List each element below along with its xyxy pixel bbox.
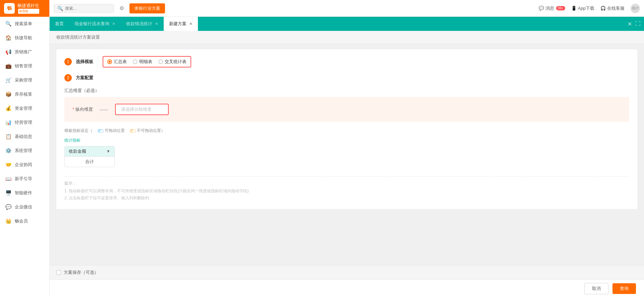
- radio-summary[interactable]: 汇总表: [107, 59, 127, 65]
- metric-section-label: 统计指标: [64, 138, 629, 143]
- operation-icon: 📊: [5, 119, 11, 126]
- sidebar-item-marketing[interactable]: 📢 营销推广: [0, 45, 49, 59]
- finance-icon: 💰: [5, 105, 11, 111]
- gear-icon[interactable]: ⚙: [119, 5, 124, 11]
- hint-movable: 可拖动位置: [98, 128, 125, 134]
- sidebar-item-label: 企业微信: [15, 204, 32, 210]
- tab-close-icon[interactable]: ✕: [189, 21, 193, 26]
- sidebar-item-hardware[interactable]: 🖥️ 智能硬件: [0, 186, 49, 200]
- metric-section: 模板指标设定（ 可拖动位置 不可拖动位置） 统计指标: [64, 128, 629, 168]
- sidebar-item-finance[interactable]: 💰 资金管理: [0, 101, 49, 115]
- radio-cross-label: 交叉统计表: [165, 59, 186, 65]
- user-avatar[interactable]: 用户: [631, 4, 640, 13]
- messages-label: 消息: [545, 5, 554, 11]
- step2-section: 2 方案配置 汇总维度（必选） * 纵向维度 —— 请选择分组维度: [64, 74, 629, 201]
- dimension-picker[interactable]: 请选择分组维度: [115, 104, 169, 115]
- tabbar: 首页 现金银行流水查询 ✕ 收款情况统计 ✕ 新建方案 ✕ ✕ ⛶: [50, 17, 644, 31]
- dimension-box: * 纵向维度 —— 请选择分组维度: [64, 97, 629, 122]
- wechat-icon: 💬: [5, 204, 11, 210]
- metric-table: 收款金额 ▼ 合计: [64, 146, 115, 167]
- step2-label: 方案配置: [76, 75, 93, 81]
- radio-circle-detail: [133, 59, 138, 64]
- sidebar-item-search[interactable]: 🔍 搜索菜单: [0, 17, 49, 31]
- footer-bar: 取消 查询: [50, 280, 644, 297]
- messages-button[interactable]: 💬 消息 99+: [539, 5, 565, 11]
- logo-text: 畅捷通好生: [17, 3, 39, 9]
- metric-section-title: 模板指标设定（: [64, 128, 93, 134]
- search-input[interactable]: [65, 6, 105, 11]
- tab-close-icon[interactable]: ✕: [155, 21, 158, 26]
- tab-receipt-stats[interactable]: 收款情况统计 ✕: [121, 17, 164, 31]
- online-service-button[interactable]: 🎧 在线客服: [600, 5, 625, 11]
- sidebar-item-purchase[interactable]: 🛒 采购管理: [0, 73, 49, 87]
- tab-cash-flow-label: 现金银行流水查询: [74, 21, 109, 27]
- marketing-icon: 📢: [5, 49, 11, 55]
- sidebar-item-label: 营销推广: [15, 49, 32, 55]
- app-download-button[interactable]: 📱 App下载: [571, 5, 594, 11]
- radio-detail[interactable]: 明细表: [133, 59, 152, 65]
- query-button[interactable]: 查询: [612, 283, 636, 294]
- basic-icon: 📋: [5, 134, 11, 140]
- sidebar-item-label: 企业协同: [15, 162, 32, 168]
- sidebar-item-member[interactable]: 👑 畅会员: [0, 214, 49, 228]
- template-selector: 汇总表 明细表 交叉统计表: [103, 56, 191, 67]
- radio-circle-summary: [107, 59, 112, 64]
- sidebar-item-label: 库存核算: [15, 91, 32, 97]
- sidebar-item-wechat[interactable]: 💬 企业微信: [0, 200, 49, 214]
- page-body: 1 选择模板 汇总表 明细表: [50, 44, 644, 265]
- tab-cash-flow[interactable]: 现金银行流水查询 ✕: [69, 17, 121, 31]
- topbar: 🔍 ⚙ 体验行业方案 💬 消息 99+ 📱 App下载 🎧 在线客服 用户: [50, 0, 644, 17]
- tips-title: 提示：: [64, 181, 629, 186]
- sidebar-item-inventory[interactable]: 📦 库存核算: [0, 87, 49, 101]
- metric-hint-row: 模板指标设定（ 可拖动位置 不可拖动位置）: [64, 128, 629, 134]
- tab-home[interactable]: 首页: [50, 17, 69, 31]
- sidebar-item-label: 系统管理: [15, 148, 32, 154]
- section-card: 1 选择模板 汇总表 明细表: [56, 49, 637, 209]
- tips-item-1: 1. 拖动标题栏可以调整布局，不可跨维度或指标区域拖动栏目段(只能在同一维度或指…: [64, 188, 629, 194]
- search-icon: 🔍: [57, 6, 63, 11]
- close-window-icon[interactable]: ✕: [628, 21, 632, 27]
- radio-cross[interactable]: 交叉统计表: [158, 59, 186, 65]
- maximize-icon[interactable]: ⛶: [635, 21, 641, 27]
- sidebar-nav: 🔍 搜索菜单 🏠 快捷导航 📢 营销推广 💼 销售管理 🛒 采购管理 📦 库存核…: [0, 17, 49, 297]
- save-option-checkbox[interactable]: [56, 270, 61, 275]
- sidebar-item-operation[interactable]: 📊 经营管理: [0, 115, 49, 130]
- download-icon: 📱: [571, 6, 577, 11]
- sidebar-item-label: 经营管理: [15, 119, 32, 126]
- sidebar-item-guide[interactable]: 📖 新手引导: [0, 172, 49, 186]
- page-title: 收款情况统计方案设置: [56, 35, 100, 40]
- radio-inner-summary: [109, 61, 111, 63]
- cancel-button[interactable]: 取消: [584, 283, 608, 294]
- tab-close-icon[interactable]: ✕: [112, 21, 115, 26]
- topbar-search-box[interactable]: 🔍: [54, 4, 114, 13]
- hint-fixed-label: 不可拖动位置）: [137, 128, 165, 134]
- metric-header[interactable]: 收款金额 ▼: [65, 146, 114, 157]
- topbar-right: 💬 消息 99+ 📱 App下载 🎧 在线客服 用户: [539, 4, 640, 13]
- sidebar-item-basic[interactable]: 📋 基础信息: [0, 130, 49, 144]
- user-text: 用户: [632, 6, 639, 11]
- hardware-icon: 🖥️: [5, 190, 11, 196]
- dimension-row: * 纵向维度 —— 请选择分组维度: [72, 104, 621, 115]
- content-area: 收款情况统计方案设置 1 选择模板 汇总表: [50, 31, 644, 280]
- sidebar-item-nav[interactable]: 🏠 快捷导航: [0, 31, 49, 45]
- step1-row: 1 选择模板 汇总表 明细表: [64, 56, 629, 67]
- metric-cell-total: 合计: [65, 157, 114, 167]
- tab-home-label: 首页: [55, 21, 64, 27]
- sidebar-item-label: 畅会员: [15, 218, 28, 224]
- sidebar-item-label: 销售管理: [15, 63, 32, 69]
- radio-summary-label: 汇总表: [114, 59, 127, 65]
- member-icon: 👑: [5, 218, 11, 224]
- sidebar-item-enterprise[interactable]: 🤝 企业协同: [0, 158, 49, 172]
- logo-badge: 标准版: [18, 9, 39, 14]
- home-icon: 🏠: [5, 35, 11, 41]
- hint-dot-movable: [98, 129, 103, 133]
- industry-solution-button[interactable]: 体验行业方案: [129, 3, 165, 13]
- service-icon: 🎧: [600, 6, 606, 11]
- sidebar-item-sales[interactable]: 💼 销售管理: [0, 59, 49, 73]
- sidebar-item-label: 采购管理: [15, 77, 32, 83]
- step2-badge: 2: [64, 74, 72, 82]
- sidebar-item-system[interactable]: ⚙️ 系统管理: [0, 144, 49, 158]
- tabbar-actions: ✕ ⛶: [628, 21, 644, 27]
- tab-new-plan[interactable]: 新建方案 ✕: [164, 17, 198, 31]
- message-icon: 💬: [539, 6, 544, 11]
